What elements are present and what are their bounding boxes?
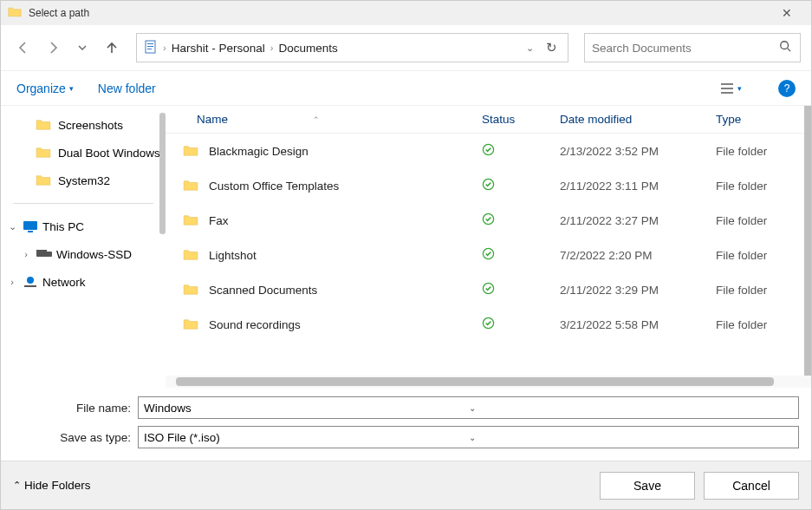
sidebar-label: Screenshots <box>58 119 123 132</box>
sync-status-icon <box>482 317 560 332</box>
recent-dropdown[interactable] <box>70 36 94 60</box>
file-name: Scanned Documents <box>209 284 482 297</box>
search-input[interactable] <box>592 42 779 55</box>
sync-status-icon <box>482 178 560 193</box>
folder-icon <box>183 249 198 261</box>
chevron-down-icon: ▾ <box>69 84 74 93</box>
dialog-bottom: ⌃ Hide Folders Save Cancel <box>1 461 811 509</box>
nav-row: › Harshit - Personal › Documents ⌄ ↻ <box>1 25 811 70</box>
file-name: Blackmagic Design <box>209 145 482 158</box>
sort-indicator-icon: ⌃ <box>313 115 320 124</box>
search-box[interactable] <box>584 33 801 62</box>
sidebar-item-drive[interactable]: › Windows-SSD <box>1 240 166 268</box>
help-button[interactable]: ? <box>778 80 796 97</box>
svg-rect-5 <box>23 221 37 230</box>
chevron-down-icon[interactable]: ⌄ <box>469 433 794 442</box>
search-icon[interactable] <box>779 40 793 56</box>
sidebar-scrollbar[interactable] <box>159 113 166 234</box>
file-list[interactable]: Blackmagic Design2/13/2022 3:52 PMFile f… <box>166 134 811 376</box>
sidebar-divider <box>13 203 153 204</box>
sync-status-icon <box>482 282 560 298</box>
column-name[interactable]: Name <box>197 113 228 126</box>
file-date: 2/11/2022 3:27 PM <box>560 214 716 227</box>
file-row[interactable]: Fax2/11/2022 3:27 PMFile folder <box>166 203 811 238</box>
sidebar-item-thispc[interactable]: ⌄ This PC <box>1 212 166 240</box>
save-button[interactable]: Save <box>600 472 695 500</box>
file-type: File folder <box>716 145 811 158</box>
sidebar-label: This PC <box>42 220 84 233</box>
folder-icon <box>183 318 198 330</box>
file-row[interactable]: Custom Office Templates2/11/2022 3:11 PM… <box>166 168 811 203</box>
sidebar-item-dualboot[interactable]: Dual Boot Windows <box>10 139 166 167</box>
pc-icon <box>22 220 39 232</box>
location-icon <box>144 40 159 56</box>
file-type: File folder <box>716 284 811 297</box>
file-date: 3/21/2022 5:58 PM <box>560 318 716 331</box>
toolbar: Organize ▾ New folder ▾ ? <box>1 70 811 105</box>
column-status[interactable]: Status <box>482 113 560 126</box>
file-name: Custom Office Templates <box>209 180 482 193</box>
cancel-button[interactable]: Cancel <box>704 472 799 500</box>
sync-status-icon <box>482 212 560 228</box>
filename-label: File name: <box>13 402 138 415</box>
sidebar-item-network[interactable]: › Network <box>1 268 166 296</box>
filename-input[interactable]: Windows ⌄ <box>138 396 799 419</box>
svg-point-9 <box>27 277 34 284</box>
file-type: File folder <box>716 214 811 227</box>
app-icon <box>8 6 22 20</box>
collapse-icon[interactable]: ⌄ <box>6 221 18 232</box>
file-date: 2/11/2022 3:11 PM <box>560 180 716 193</box>
expand-icon[interactable]: › <box>20 249 32 259</box>
hide-folders-toggle[interactable]: ⌃ Hide Folders <box>13 479 91 492</box>
sync-status-icon <box>482 247 560 263</box>
sidebar-item-system32[interactable]: System32 <box>10 167 166 194</box>
savetype-label: Save as type: <box>13 431 138 444</box>
chevron-down-icon[interactable]: ⌄ <box>469 403 794 413</box>
sidebar-item-screenshots[interactable]: Screenshots <box>10 111 166 139</box>
chevron-down-icon: ▾ <box>737 84 742 93</box>
expand-icon[interactable]: › <box>6 277 18 287</box>
main-area: Screenshots Dual Boot Windows System32 ⌄… <box>1 105 811 388</box>
column-date[interactable]: Date modified <box>560 113 716 126</box>
chevron-up-icon: ⌃ <box>13 480 21 491</box>
file-row[interactable]: Blackmagic Design2/13/2022 3:52 PMFile f… <box>166 134 811 168</box>
folder-icon <box>183 284 198 296</box>
sidebar-label: Windows-SSD <box>56 248 132 261</box>
file-name: Fax <box>209 214 482 227</box>
path-dropdown[interactable]: ⌄ <box>521 42 538 54</box>
breadcrumb-segment[interactable]: Documents <box>273 42 342 55</box>
file-row[interactable]: Scanned Documents2/11/2022 3:29 PMFile f… <box>166 272 811 307</box>
drive-icon <box>36 250 53 258</box>
view-menu[interactable]: ▾ <box>720 82 742 95</box>
file-date: 2/11/2022 3:29 PM <box>560 284 716 297</box>
svg-rect-2 <box>147 46 153 47</box>
vertical-scrollbar[interactable] <box>804 106 811 376</box>
file-date: 2/13/2022 3:52 PM <box>560 145 716 158</box>
horizontal-scrollbar[interactable] <box>166 376 811 388</box>
back-button[interactable] <box>11 36 36 60</box>
svg-rect-6 <box>28 231 33 232</box>
file-name: Sound recordings <box>209 318 482 331</box>
svg-rect-1 <box>147 43 153 44</box>
svg-rect-10 <box>24 285 36 287</box>
forward-button[interactable] <box>41 36 65 60</box>
file-row[interactable]: Sound recordings3/21/2022 5:58 PMFile fo… <box>166 307 811 342</box>
breadcrumb-segment[interactable]: Harshit - Personal <box>166 42 270 55</box>
file-type: File folder <box>716 180 811 193</box>
network-icon <box>22 276 39 288</box>
address-bar[interactable]: › Harshit - Personal › Documents ⌄ ↻ <box>136 33 568 62</box>
folder-icon <box>183 145 198 157</box>
file-row[interactable]: Lightshot7/2/2022 2:20 PMFile folder <box>166 238 811 272</box>
folder-icon <box>183 180 198 192</box>
sync-status-icon <box>482 143 560 159</box>
filename-value: Windows <box>144 402 469 415</box>
file-list-area: Name⌃ Status Date modified Type Blackmag… <box>166 106 811 388</box>
new-folder-button[interactable]: New folder <box>98 82 156 95</box>
column-type[interactable]: Type <box>716 113 811 126</box>
savetype-select[interactable]: ISO File (*.iso) ⌄ <box>138 426 799 448</box>
up-button[interactable] <box>100 36 124 60</box>
refresh-button[interactable]: ↻ <box>538 40 564 56</box>
organize-menu[interactable]: Organize ▾ <box>16 82 74 95</box>
close-button[interactable]: ✕ <box>770 6 804 20</box>
navigation-pane: Screenshots Dual Boot Windows System32 ⌄… <box>1 106 166 388</box>
